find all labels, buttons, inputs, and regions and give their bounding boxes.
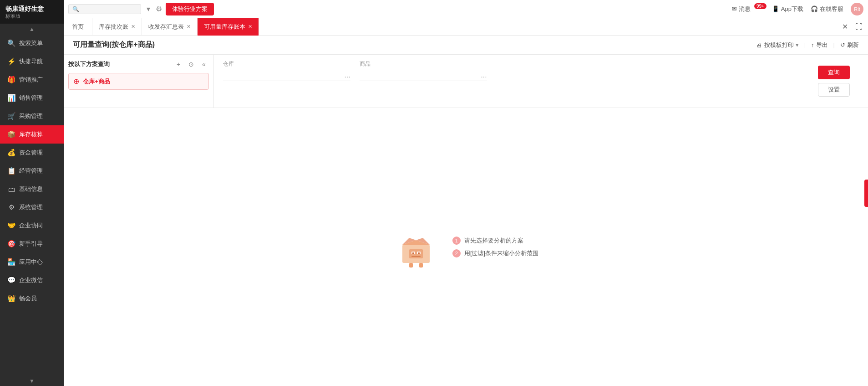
tab-summary-close[interactable]: ✕ xyxy=(187,24,191,30)
sidebar-icon-operation: 📋 xyxy=(7,167,15,175)
phone-icon: 📱 xyxy=(772,5,779,12)
scheme-item-label: 仓库+商品 xyxy=(83,77,110,86)
scheme-item-warehouse-goods[interactable]: ⊕ 仓库+商品 xyxy=(68,73,209,90)
empty-tips: 1 请先选择要分析的方案 2 用[过滤]条件来缩小分析范围 xyxy=(452,237,538,257)
print-button[interactable]: 🖨 按模板打印 ▾ xyxy=(756,41,799,49)
export-button[interactable]: ↑ 导出 xyxy=(811,41,828,49)
sidebar-label-operation: 经营管理 xyxy=(19,167,43,175)
messages-label: 消息 xyxy=(739,5,751,13)
topbar: 🔍 ▾ ⚙ 体验行业方案 ✉ 消息 99+ 📱 App下载 🎧 在线客服 Ri xyxy=(64,0,868,18)
sidebar-icon-quick-nav: ⚡ xyxy=(7,57,15,66)
empty-box-svg xyxy=(393,224,439,270)
main-area: 🔍 ▾ ⚙ 体验行业方案 ✉ 消息 99+ 📱 App下载 🎧 在线客服 Ri xyxy=(64,0,868,386)
empty-illustration xyxy=(393,224,439,270)
sidebar-icon-guide: 🎯 xyxy=(7,240,15,248)
refresh-icon: ↺ xyxy=(840,41,845,48)
collapse-icon: « xyxy=(202,61,206,68)
tip-text-2: 用[过滤]条件来缩小分析范围 xyxy=(464,249,538,257)
filter-warehouse-input-wrapper: … xyxy=(223,70,350,81)
query-btn-area: 查询 设置 xyxy=(818,60,859,102)
online-support-label: 在线客服 xyxy=(820,5,843,13)
tab-expand-button[interactable]: ⛶ xyxy=(853,21,864,33)
sidebar-item-sales[interactable]: 📊 销售管理 xyxy=(0,89,64,107)
sidebar-icon-wechat: 💬 xyxy=(7,276,15,284)
sidebar-icon-member: 👑 xyxy=(7,294,15,303)
sidebar-item-search[interactable]: 🔍 搜索菜单 xyxy=(0,34,64,52)
sidebar-item-quick-nav[interactable]: ⚡ 快捷导航 xyxy=(0,52,64,71)
user-avatar-text: Rit xyxy=(854,6,860,12)
search-icon: 🔍 xyxy=(72,6,79,12)
company-name: 畅康通好生意 xyxy=(5,5,58,13)
sidebar-item-operation[interactable]: 📋 经营管理 xyxy=(0,162,64,180)
refresh-button[interactable]: ↺ 刷新 xyxy=(840,41,859,49)
filter-goods-label: 商品 xyxy=(360,60,487,68)
sidebar-icon-search: 🔍 xyxy=(7,39,15,47)
tab-inventory-summary[interactable]: 收发存汇总表 ✕ xyxy=(142,18,198,36)
sidebar-scroll-down[interactable]: ▼ xyxy=(0,376,64,386)
tab-batch-account[interactable]: 库存批次账 ✕ xyxy=(92,18,142,36)
tab-home-label: 首页 xyxy=(72,23,84,31)
filter-goods-input[interactable] xyxy=(360,72,479,79)
user-menu[interactable]: Rit xyxy=(851,3,863,15)
sidebar-logo: 畅康通好生意 标准版 xyxy=(0,0,64,24)
settings-button[interactable]: 设置 xyxy=(818,83,850,97)
topbar-gear-icon[interactable]: ⚙ xyxy=(156,5,162,13)
sidebar-scroll-up[interactable]: ▲ xyxy=(0,24,64,34)
app-download-button[interactable]: 📱 App下载 xyxy=(772,5,803,13)
scheme-collapse-button[interactable]: « xyxy=(199,59,209,69)
tab-available-stock[interactable]: 可用量库存账本 ✕ xyxy=(198,18,259,36)
sidebar-item-system[interactable]: ⚙ 系统管理 xyxy=(0,198,64,216)
scheme-add-button[interactable]: + xyxy=(173,59,183,69)
sidebar-item-member[interactable]: 👑 畅会员 xyxy=(0,289,64,308)
right-scroll-indicator xyxy=(864,180,868,207)
sidebar-item-appstore[interactable]: 🏪 应用中心 xyxy=(0,253,64,271)
empty-area: 1 请先选择要分析的方案 2 用[过滤]条件来缩小分析范围 xyxy=(64,108,868,386)
filter-goods-more-icon[interactable]: … xyxy=(481,72,487,79)
app-download-label: App下载 xyxy=(781,5,803,13)
sidebar-label-system: 系统管理 xyxy=(19,203,43,211)
tab-close-button[interactable]: ✕ xyxy=(840,21,850,33)
query-button[interactable]: 查询 xyxy=(818,66,850,79)
sidebar-icon-sales: 📊 xyxy=(7,94,15,102)
tab-home[interactable]: 首页 xyxy=(64,18,92,36)
sidebar: 畅康通好生意 标准版 ▲ 🔍 搜索菜单 ⚡ 快捷导航 🎁 营销推广 📊 销售管理… xyxy=(0,0,64,386)
tab-available-close[interactable]: ✕ xyxy=(248,24,252,30)
page-header: 可用量查询(按仓库+商品) 🖨 按模板打印 ▾ | ↑ 导出 | ↺ 刷新 xyxy=(64,36,868,55)
export-label: 导出 xyxy=(816,41,828,49)
page-title: 可用量查询(按仓库+商品) xyxy=(73,40,155,50)
tabs-controls: ✕ ⛶ xyxy=(840,18,868,36)
sidebar-icon-marketing: 🎁 xyxy=(7,76,15,84)
sidebar-item-guide[interactable]: 🎯 新手引导 xyxy=(0,235,64,253)
trial-industry-button[interactable]: 体验行业方案 xyxy=(166,3,214,15)
sidebar-label-appstore: 应用中心 xyxy=(19,258,43,266)
sidebar-item-wechat[interactable]: 💬 企业微信 xyxy=(0,271,64,289)
refresh-label: 刷新 xyxy=(847,41,859,49)
sidebar-item-marketing[interactable]: 🎁 营销推广 xyxy=(0,71,64,89)
tabs-bar: 首页 库存批次账 ✕ 收发存汇总表 ✕ 可用量库存账本 ✕ ✕ ⛶ xyxy=(64,18,868,36)
svg-rect-9 xyxy=(411,256,421,257)
sidebar-label-sales: 销售管理 xyxy=(19,94,43,102)
sidebar-icon-enterprise: 🤝 xyxy=(7,221,15,230)
sidebar-item-inventory[interactable]: 📦 库存核算 xyxy=(0,125,64,144)
add-icon: + xyxy=(177,61,180,68)
topbar-dropdown-icon[interactable]: ▾ xyxy=(147,5,150,13)
sidebar-item-enterprise[interactable]: 🤝 企业协同 xyxy=(0,216,64,235)
messages-button[interactable]: ✉ 消息 99+ xyxy=(732,5,765,13)
print-dropdown-icon[interactable]: ▾ xyxy=(796,41,799,48)
scheme-settings-button[interactable]: ⊙ xyxy=(186,59,196,69)
filter-warehouse-more-icon[interactable]: … xyxy=(344,72,350,79)
filter-area: 仓库 … 商品 … 查询 设置 xyxy=(214,55,868,108)
filter-warehouse-input[interactable] xyxy=(223,72,342,79)
online-support-button[interactable]: 🎧 在线客服 xyxy=(811,5,843,13)
tab-batch-close[interactable]: ✕ xyxy=(131,24,135,30)
sidebar-icon-inventory: 📦 xyxy=(7,130,15,139)
sidebar-item-purchase[interactable]: 🛒 采购管理 xyxy=(0,107,64,125)
svg-rect-11 xyxy=(419,263,423,268)
sidebar-item-basic[interactable]: 🗃 基础信息 xyxy=(0,180,64,198)
headset-icon: 🎧 xyxy=(811,5,818,12)
sidebar-item-finance[interactable]: 💰 资金管理 xyxy=(0,144,64,162)
sidebar-label-guide: 新手引导 xyxy=(19,240,43,248)
edition-label: 标准版 xyxy=(5,13,58,19)
tab-batch-label: 库存批次账 xyxy=(99,23,128,31)
export-icon: ↑ xyxy=(811,41,814,48)
